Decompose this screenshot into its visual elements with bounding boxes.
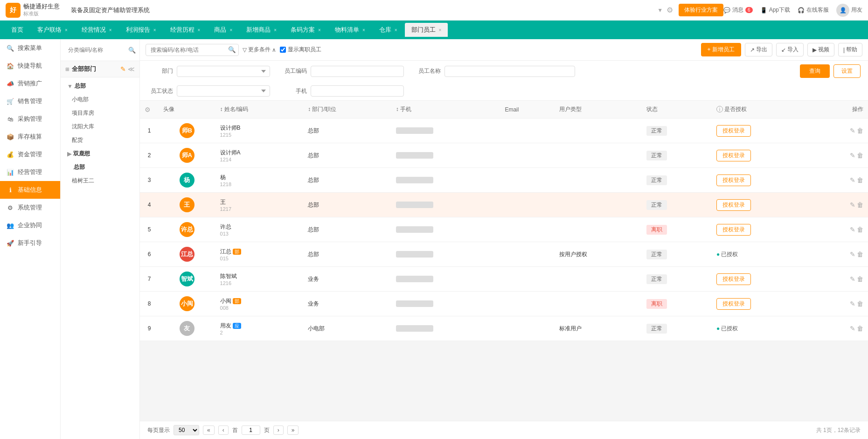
sidebar-item-system[interactable]: ⚙ 系统管理 — [0, 199, 60, 216]
filter-name-input[interactable] — [444, 66, 575, 77]
tab-goods[interactable]: 商品× — [208, 23, 239, 37]
show-quit-checkbox[interactable] — [280, 47, 286, 53]
auth-login-button[interactable]: 授权登录 — [716, 224, 751, 236]
help-button[interactable]: | 帮助 — [838, 43, 862, 56]
sidebar-item-guide[interactable]: 🚀 新手引导 — [0, 234, 60, 252]
edit-button[interactable]: ✎ — [850, 325, 855, 332]
sidebar-item-purchase[interactable]: 🛍 采购管理 — [0, 110, 60, 128]
sidebar-item-nav[interactable]: 🏠 快捷导航 — [0, 57, 60, 75]
close-icon[interactable]: × — [153, 28, 156, 33]
close-icon[interactable]: × — [229, 28, 232, 33]
edit-button[interactable]: ✎ — [850, 251, 855, 258]
settings-icon[interactable]: ⚙ — [667, 6, 673, 14]
sidebar-item-sales[interactable]: 🛒 销售管理 — [0, 92, 60, 110]
auth-login-button[interactable]: 授权登录 — [716, 125, 751, 137]
close-icon[interactable]: × — [362, 28, 365, 33]
close-icon[interactable]: × — [318, 28, 321, 33]
page-number-input[interactable] — [242, 425, 260, 435]
dept-search-icon[interactable]: 🔍 — [128, 47, 136, 54]
tab-profit[interactable]: 利润报告× — [119, 23, 163, 37]
tab-home[interactable]: 首页 — [5, 23, 30, 37]
tab-barcode[interactable]: 条码方案× — [284, 23, 327, 37]
dept-search-input[interactable] — [64, 43, 126, 57]
query-button[interactable]: 查询 — [800, 64, 830, 78]
add-employee-button[interactable]: + 新增员工 — [701, 43, 741, 56]
auth-login-button[interactable]: 授权登录 — [716, 273, 751, 285]
last-page-button[interactable]: » — [287, 425, 299, 435]
tab-bom[interactable]: 物料清单× — [328, 23, 372, 37]
tab-customer[interactable]: 客户联络× — [31, 23, 74, 37]
search-input[interactable] — [146, 44, 239, 56]
edit-button[interactable]: ✎ — [850, 127, 855, 134]
sidebar-item-marketing[interactable]: 📣 营销推广 — [0, 75, 60, 92]
delete-button[interactable]: 🗑 — [857, 127, 863, 134]
sidebar-item-search[interactable]: 🔍 搜索菜单 — [0, 39, 60, 57]
close-icon[interactable]: × — [65, 28, 68, 33]
prev-page-button[interactable]: ‹ — [218, 425, 229, 435]
dept-node-shuanglu[interactable]: ▶ 双鹿想 — [61, 147, 139, 160]
tab-department[interactable]: 部门员工× — [405, 23, 448, 37]
delete-button[interactable]: 🗑 — [857, 300, 863, 307]
delete-button[interactable]: 🗑 — [857, 226, 863, 233]
tab-operation[interactable]: 经营情况× — [75, 23, 118, 37]
sidebar-item-basic[interactable]: ℹ 基础信息 — [0, 181, 60, 199]
edit-button[interactable]: ✎ — [850, 226, 855, 233]
trial-button[interactable]: 体验行业方案 — [679, 4, 723, 16]
edit-button[interactable]: ✎ — [850, 176, 855, 184]
export-button[interactable]: ↗ 导出 — [745, 43, 772, 56]
import-button[interactable]: ↙ 导入 — [776, 43, 804, 56]
search-button[interactable]: 🔍 — [228, 46, 236, 53]
dept-node-distribution[interactable]: 配货 — [61, 133, 139, 147]
dept-collapse-icon[interactable]: ≪ — [128, 65, 135, 73]
dept-node-general[interactable]: ▼ 总部 — [61, 79, 139, 93]
filter-phone-input[interactable] — [311, 85, 404, 97]
edit-button[interactable]: ✎ — [850, 300, 855, 307]
dept-node-hq[interactable]: 总部 — [61, 160, 139, 174]
dept-edit-icon[interactable]: ✎ — [120, 65, 126, 73]
dept-node-project[interactable]: 项目库房 — [61, 106, 139, 120]
delete-button[interactable]: 🗑 — [857, 325, 863, 332]
edit-button[interactable]: ✎ — [850, 152, 855, 159]
delete-button[interactable]: 🗑 — [857, 176, 863, 184]
delete-button[interactable]: 🗑 — [857, 201, 863, 209]
view-button[interactable]: ▶ 视频 — [807, 43, 834, 56]
first-page-button[interactable]: « — [203, 425, 215, 435]
message-btn[interactable]: 💬 消息 6 — [723, 6, 753, 14]
delete-button[interactable]: 🗑 — [857, 152, 863, 159]
next-page-button[interactable]: › — [273, 425, 284, 435]
auth-login-button[interactable]: 授权登录 — [716, 174, 751, 186]
filter-dept-select[interactable] — [177, 66, 270, 77]
close-icon[interactable]: × — [198, 28, 201, 33]
delete-button[interactable]: 🗑 — [857, 251, 863, 258]
dept-node-shenyang[interactable]: 沈阳大库 — [61, 120, 139, 133]
gear-icon[interactable]: ⚙ — [145, 106, 151, 113]
auth-login-button[interactable]: 授权登录 — [716, 199, 751, 211]
sidebar-item-finance[interactable]: 💰 资金管理 — [0, 146, 60, 163]
filter-status-select[interactable] — [177, 85, 270, 97]
auth-login-button[interactable]: 授权登录 — [716, 298, 751, 310]
edit-button[interactable]: ✎ — [850, 201, 855, 209]
close-icon[interactable]: × — [274, 28, 277, 33]
dept-node-planting[interactable]: 植树王二 — [61, 174, 139, 188]
sidebar-item-collab[interactable]: 👥 企业协同 — [0, 216, 60, 234]
dept-node-small-elec[interactable]: 小电部 — [61, 93, 139, 106]
filter-code-input[interactable] — [311, 66, 404, 77]
close-icon[interactable]: × — [439, 28, 442, 33]
user-area[interactable]: 👤 用友 — [836, 4, 862, 17]
app-download-btn[interactable]: 📱 App下载 — [760, 6, 790, 14]
delete-button[interactable]: 🗑 — [857, 275, 863, 283]
filter-more-button[interactable]: ▽ 更多条件 ∧ — [243, 46, 276, 54]
close-icon[interactable]: × — [395, 28, 397, 33]
system-dropdown-icon[interactable]: ▼ — [657, 7, 663, 14]
set-button[interactable]: 设置 — [833, 64, 861, 78]
tab-warehouse[interactable]: 仓库× — [373, 23, 404, 37]
sidebar-item-inventory[interactable]: 📦 库存核算 — [0, 128, 60, 146]
tab-new-goods[interactable]: 新增商品× — [240, 23, 283, 37]
auth-login-button[interactable]: 授权登录 — [716, 150, 751, 161]
sidebar-item-management[interactable]: 📊 经营管理 — [0, 163, 60, 181]
page-size-select[interactable]: 50 20 100 — [174, 425, 199, 435]
tab-history[interactable]: 经营历程× — [164, 23, 207, 37]
close-icon[interactable]: × — [109, 28, 112, 33]
online-service-btn[interactable]: 🎧 在线客服 — [798, 6, 829, 14]
edit-button[interactable]: ✎ — [850, 275, 855, 283]
